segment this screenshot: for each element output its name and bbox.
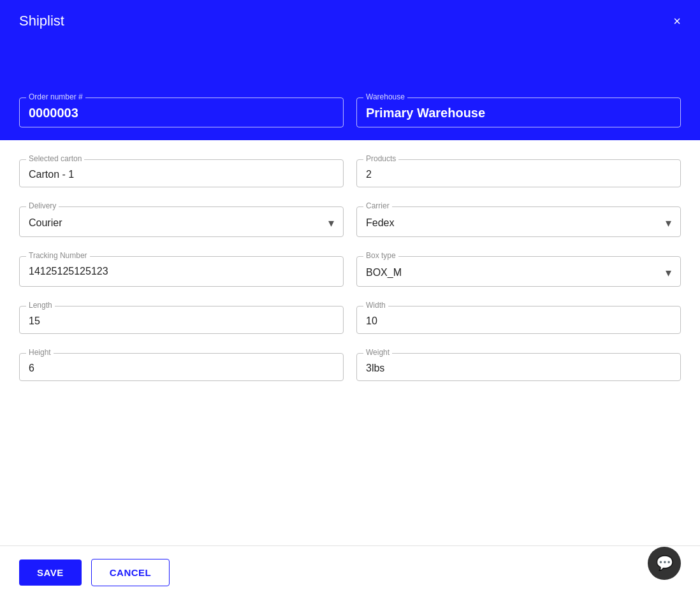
width-value: 10	[366, 315, 671, 327]
height-label: Height	[26, 348, 54, 357]
carrier-label: Carrier	[363, 201, 392, 210]
modal-footer: SAVE CANCEL	[0, 545, 700, 599]
width-label: Width	[363, 301, 388, 310]
modal-header: Shiplist × Order number # 0000003 Wareho…	[0, 0, 700, 140]
height-field: Height 6	[19, 353, 344, 381]
close-button[interactable]: ×	[673, 13, 681, 29]
cancel-button[interactable]: CANCEL	[91, 559, 170, 586]
order-number-label: Order number #	[26, 92, 85, 101]
modal-body: Selected carton Carton - 1 Products 2 De…	[0, 140, 700, 545]
box-type-value: BOX_M ▾	[366, 266, 671, 280]
weight-field: Weight 3lbs	[356, 353, 681, 381]
row-height-weight: Height 6 Weight 3lbs	[19, 353, 681, 381]
row-length-width: Length 15 Width 10	[19, 306, 681, 334]
length-label: Length	[26, 301, 55, 310]
width-field: Width 10	[356, 306, 681, 334]
weight-label: Weight	[363, 348, 392, 357]
chat-icon: 💬	[656, 555, 673, 572]
order-number-field: Order number # 0000003	[19, 97, 344, 127]
box-type-field[interactable]: Box type BOX_M ▾	[356, 256, 681, 287]
box-type-dropdown-icon: ▾	[666, 266, 671, 280]
save-button[interactable]: SAVE	[19, 559, 82, 586]
selected-carton-field: Selected carton Carton - 1	[19, 159, 344, 187]
products-value: 2	[366, 169, 671, 180]
modal-title-row: Shiplist ×	[19, 13, 681, 29]
warehouse-value: Primary Warehouse	[366, 106, 671, 120]
row-delivery-carrier: Delivery Courier ▾ Carrier Fedex ▾	[19, 206, 681, 237]
warehouse-field: Warehouse Primary Warehouse	[356, 97, 681, 127]
chat-button[interactable]: 💬	[648, 547, 681, 580]
height-value: 6	[29, 363, 334, 374]
carrier-field[interactable]: Carrier Fedex ▾	[356, 206, 681, 237]
row-tracking-boxtype: Tracking Number 14125125125123 Box type …	[19, 256, 681, 287]
delivery-dropdown-icon: ▾	[328, 216, 334, 230]
delivery-value: Courier ▾	[29, 216, 334, 230]
length-field: Length 15	[19, 306, 344, 334]
selected-carton-label: Selected carton	[26, 154, 84, 163]
weight-value: 3lbs	[366, 363, 671, 374]
tracking-number-label: Tracking Number	[26, 251, 90, 260]
header-fields: Order number # 0000003 Warehouse Primary…	[19, 97, 681, 127]
tracking-number-field: Tracking Number 14125125125123	[19, 256, 344, 287]
delivery-field[interactable]: Delivery Courier ▾	[19, 206, 344, 237]
box-type-label: Box type	[363, 251, 398, 260]
delivery-label: Delivery	[26, 201, 59, 210]
products-label: Products	[363, 154, 398, 163]
row-carton-products: Selected carton Carton - 1 Products 2	[19, 159, 681, 187]
selected-carton-value: Carton - 1	[29, 169, 334, 180]
warehouse-label: Warehouse	[363, 92, 407, 101]
carrier-dropdown-icon: ▾	[666, 216, 671, 230]
tracking-number-value: 14125125125123	[29, 266, 334, 277]
products-field: Products 2	[356, 159, 681, 187]
order-number-value: 0000003	[29, 106, 334, 120]
modal-title: Shiplist	[19, 13, 64, 29]
modal-container: Shiplist × Order number # 0000003 Wareho…	[0, 0, 700, 599]
carrier-value: Fedex ▾	[366, 216, 671, 230]
length-value: 15	[29, 315, 334, 327]
